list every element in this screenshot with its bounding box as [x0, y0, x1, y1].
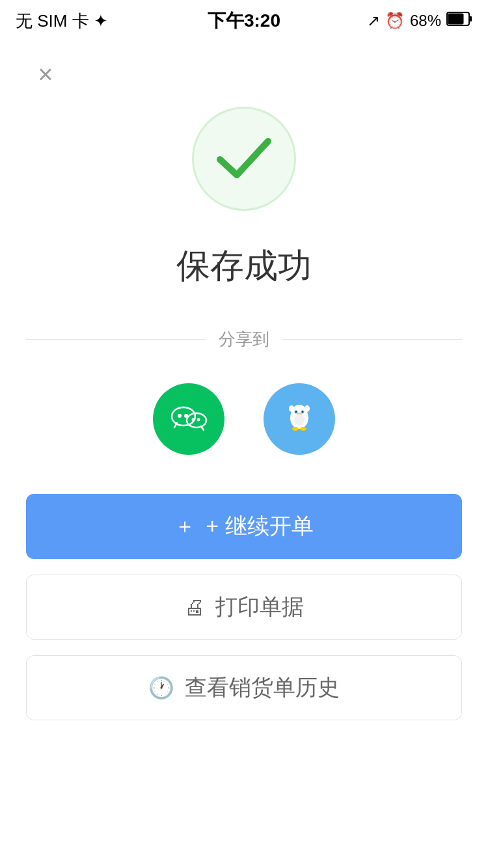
history-icon: 🕐	[148, 675, 174, 700]
history-button[interactable]: 🕐 查看销货单历史	[26, 655, 462, 720]
svg-point-5	[178, 414, 182, 418]
share-label: 分享到	[219, 328, 269, 351]
svg-point-19	[305, 405, 310, 412]
svg-point-14	[301, 411, 303, 412]
checkmark-icon	[215, 135, 273, 183]
qq-icon	[278, 398, 321, 441]
print-icon: 🖨	[184, 595, 205, 619]
battery-icon	[446, 12, 472, 30]
continue-button[interactable]: ＋ + 继续开单	[26, 494, 462, 559]
success-circle	[192, 107, 296, 211]
battery-label: 68%	[410, 12, 441, 30]
print-button[interactable]: 🖨 打印单据	[26, 575, 462, 640]
wechat-share-button[interactable]	[153, 383, 224, 455]
alarm-icon: ⏰	[385, 12, 405, 30]
sim-label: 无 SIM 卡 ✦	[16, 10, 108, 33]
svg-point-20	[294, 414, 305, 426]
divider-right	[282, 339, 462, 340]
history-label: 查看销货单历史	[185, 673, 340, 703]
svg-point-8	[197, 418, 200, 421]
svg-rect-1	[469, 16, 472, 21]
status-bar: 无 SIM 卡 ✦ 下午3:20 ↗ ⏰ 68%	[0, 0, 488, 42]
qq-share-button[interactable]	[264, 383, 335, 455]
location-icon: ↗	[367, 12, 380, 30]
status-right: ↗ ⏰ 68%	[367, 12, 472, 30]
main-content: × 保存成功 分享到	[0, 42, 488, 720]
divider-left	[26, 339, 206, 340]
action-buttons: ＋ + 继续开单 🖨 打印单据 🕐 查看销货单历史	[26, 494, 462, 720]
svg-point-16	[292, 427, 299, 431]
svg-point-6	[184, 414, 188, 418]
svg-point-4	[187, 413, 206, 427]
close-button[interactable]: ×	[26, 55, 65, 94]
print-label: 打印单据	[215, 592, 304, 622]
share-divider: 分享到	[26, 328, 462, 351]
svg-point-18	[289, 405, 294, 412]
wechat-icon	[168, 398, 210, 441]
svg-point-3	[172, 407, 195, 426]
share-icons	[26, 383, 462, 455]
status-time: 下午3:20	[208, 8, 280, 33]
svg-point-17	[300, 427, 306, 431]
svg-point-7	[191, 418, 195, 421]
share-section: 分享到	[26, 328, 462, 455]
svg-rect-2	[448, 14, 464, 25]
success-title: 保存成功	[176, 243, 312, 289]
continue-label: + 继续开单	[206, 511, 313, 541]
svg-point-13	[295, 411, 296, 412]
plus-icon: ＋	[174, 512, 195, 541]
status-left: 无 SIM 卡 ✦	[16, 10, 108, 33]
close-icon: ×	[38, 61, 53, 87]
